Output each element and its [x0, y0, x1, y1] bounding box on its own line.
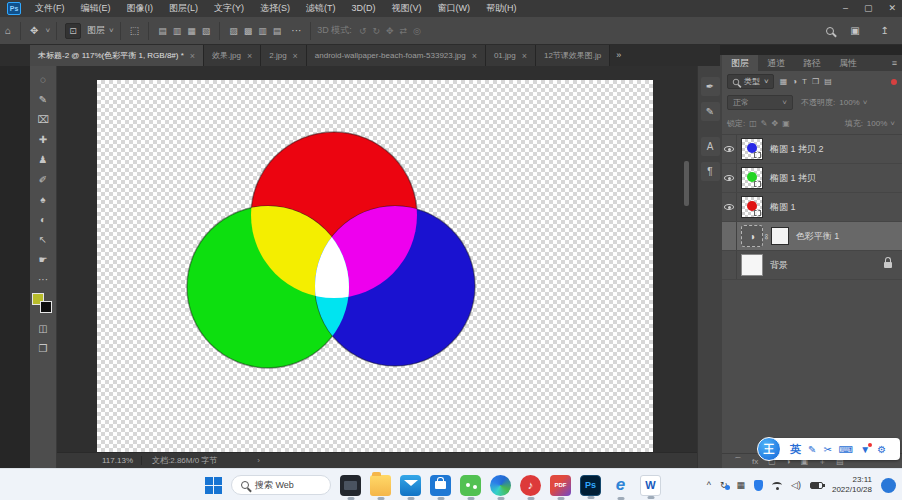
lasso-tool-icon[interactable]: ◌: [33, 70, 53, 90]
tray-chevron-icon[interactable]: ^: [707, 480, 711, 490]
crop-tool-icon[interactable]: ⌧: [33, 110, 53, 130]
edge-browser-app-icon[interactable]: [490, 475, 511, 496]
document-canvas[interactable]: [97, 80, 653, 452]
layer-style-icon[interactable]: fx: [752, 457, 758, 466]
layer-row-ellipse1[interactable]: 椭圆 1: [722, 193, 902, 222]
distribute-icon[interactable]: ▥: [258, 26, 267, 36]
filter-toggle-light[interactable]: [891, 79, 897, 85]
menu-window[interactable]: 窗口(W): [430, 0, 479, 17]
status-expand-icon[interactable]: ›: [257, 456, 260, 465]
blend-mode-dropdown[interactable]: 正常 ˅: [727, 95, 793, 110]
quick-mask-icon[interactable]: ◫: [33, 319, 53, 339]
pdf-reader-app-icon[interactable]: PDF: [550, 475, 571, 496]
align-center-icon[interactable]: ▥: [173, 26, 182, 36]
background-thumbnail[interactable]: [741, 254, 763, 276]
security-shield-icon[interactable]: [754, 480, 763, 491]
filter-adjustment-icon[interactable]: ◑: [792, 77, 797, 86]
distribute-icon[interactable]: ▩: [244, 26, 253, 36]
threed-rotate-icon[interactable]: ↺: [359, 26, 367, 36]
align-top-icon[interactable]: ▧: [202, 26, 211, 36]
auto-select-toggle[interactable]: ⊡: [65, 23, 81, 39]
filter-type-icon[interactable]: T: [802, 77, 807, 86]
opacity-value[interactable]: 100%: [839, 98, 859, 107]
hand-tool-icon[interactable]: ☛: [33, 250, 53, 270]
layer-name[interactable]: 椭圆 1 拷贝 2: [770, 143, 824, 156]
visibility-cell[interactable]: [722, 135, 737, 163]
ime-logo[interactable]: 王: [757, 437, 781, 461]
chevron-down-icon[interactable]: ˅: [45, 26, 50, 35]
visibility-cell[interactable]: [722, 164, 737, 192]
align-left-icon[interactable]: ▤: [158, 26, 167, 36]
mask-link-icon[interactable]: ∞: [762, 233, 771, 239]
filter-shape-icon[interactable]: ❒: [812, 77, 819, 86]
lock-transparent-icon[interactable]: ◫: [749, 119, 757, 128]
menu-edit[interactable]: 编辑(E): [73, 0, 119, 17]
tab-properties[interactable]: 属性: [830, 55, 866, 71]
transform-controls-icon[interactable]: ⬚: [130, 25, 139, 36]
maximize-button[interactable]: ▢: [864, 0, 873, 17]
menu-view[interactable]: 视图(V): [384, 0, 430, 17]
menu-file[interactable]: 文件(F): [27, 0, 73, 17]
zoom-level-field[interactable]: 117.13%: [102, 456, 142, 465]
pen-icon[interactable]: ✎: [808, 444, 816, 455]
battery-icon[interactable]: [810, 482, 823, 489]
netease-music-app-icon[interactable]: ♪: [520, 475, 541, 496]
wechat-app-icon[interactable]: [460, 475, 481, 496]
healing-tool-icon[interactable]: ✚: [33, 130, 53, 150]
close-icon[interactable]: ×: [472, 51, 477, 61]
tab-overflow-icon[interactable]: »: [616, 45, 621, 66]
close-icon[interactable]: ×: [190, 51, 195, 61]
layer-mask-thumbnail[interactable]: [771, 227, 789, 245]
brush-tool-icon[interactable]: ✎: [33, 90, 53, 110]
threed-roll-icon[interactable]: ↻: [372, 26, 380, 36]
distribute-icon[interactable]: ▤: [273, 26, 282, 36]
tab-layers[interactable]: 图层: [722, 55, 758, 71]
file-explorer-app-icon[interactable]: [370, 475, 391, 496]
visibility-cell-empty[interactable]: [722, 251, 737, 279]
lock-pixels-icon[interactable]: ✎: [761, 119, 768, 128]
mail-app-icon[interactable]: [400, 475, 421, 496]
more-options-icon[interactable]: ···: [291, 25, 301, 36]
character-panel-icon[interactable]: A: [701, 137, 720, 156]
menu-layer[interactable]: 图层(L): [161, 0, 206, 17]
close-icon[interactable]: ×: [247, 51, 252, 61]
tab-paths[interactable]: 路径: [794, 55, 830, 71]
tab-01-jpg[interactable]: 01.jpg ×: [486, 45, 536, 66]
edit-toolbar-icon[interactable]: ···: [33, 270, 53, 290]
tab-android-wallpaper[interactable]: android-wallpaper-beach-foam-533923.jpg …: [307, 45, 486, 66]
tab-2-jpg[interactable]: 2.jpg ×: [261, 45, 307, 66]
keyboard-icon[interactable]: ⌨: [839, 444, 853, 455]
minimize-button[interactable]: –: [843, 0, 848, 17]
menu-filter[interactable]: 滤镜(T): [298, 0, 344, 17]
lock-position-icon[interactable]: ✥: [772, 119, 779, 128]
workspace-icon[interactable]: ▣: [850, 25, 859, 36]
color-balance-adjustment-icon[interactable]: ◑: [741, 225, 763, 247]
skin-icon[interactable]: ▼: [860, 444, 870, 455]
speaker-icon[interactable]: ◁): [791, 480, 801, 490]
layer-name[interactable]: 椭圆 1: [770, 201, 796, 214]
visibility-cell[interactable]: [722, 193, 737, 221]
chevron-down-icon[interactable]: ˅: [863, 98, 868, 107]
layer-name[interactable]: 色彩平衡 1: [796, 230, 840, 243]
tab-effect-jpg[interactable]: 效果.jpg ×: [204, 45, 261, 66]
background-color-swatch[interactable]: [40, 301, 52, 313]
auto-select-value[interactable]: 图层: [87, 24, 105, 37]
canvas-vertical-scrollbar[interactable]: [684, 161, 689, 206]
layer-thumbnail[interactable]: [741, 196, 763, 218]
photo-viewer-app-icon[interactable]: [340, 475, 361, 496]
brush-settings-panel-icon[interactable]: ✒: [701, 77, 720, 96]
fill-value[interactable]: 100%: [867, 119, 887, 128]
notification-badge[interactable]: [881, 478, 896, 493]
link-layers-icon[interactable]: ⌒: [734, 456, 742, 467]
chevron-down-icon[interactable]: ˅: [890, 119, 895, 128]
layer-name[interactable]: 椭圆 1 拷贝: [770, 172, 816, 185]
align-right-icon[interactable]: ▦: [187, 26, 196, 36]
start-button[interactable]: [205, 477, 222, 494]
threed-slide-icon[interactable]: ⇄: [400, 26, 408, 36]
menu-image[interactable]: 图像(I): [119, 0, 162, 17]
move-tool-icon[interactable]: ✥: [30, 25, 38, 36]
internet-explorer-app-icon[interactable]: e: [610, 475, 631, 496]
home-icon[interactable]: ⌂: [5, 25, 11, 36]
chevron-down-icon[interactable]: ˅: [109, 26, 114, 35]
taskbar-clock[interactable]: 23:11 2022/10/28: [832, 475, 872, 495]
